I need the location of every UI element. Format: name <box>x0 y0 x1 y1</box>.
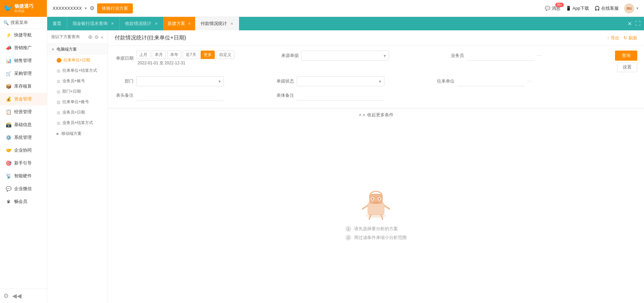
scheme-collapse-icon[interactable]: « <box>101 34 104 40</box>
last-7-days-btn[interactable]: 近7天 <box>183 51 199 59</box>
tab-bank-flow-label: 现金银行流水查询 <box>72 21 108 27</box>
sidebar-item-guide[interactable]: 🎯 新手引导 <box>0 157 47 170</box>
tab-payment-stats-close-icon[interactable]: ✕ <box>230 22 233 26</box>
table-body-input[interactable] <box>297 90 384 100</box>
last-month-btn[interactable]: 上月 <box>136 51 150 59</box>
sidebar-item-label: 快捷导航 <box>14 32 32 38</box>
export-button[interactable]: ↑ 导出 <box>607 35 620 41</box>
staff-input[interactable] <box>467 51 534 61</box>
chevron-right-icon: ▶ <box>57 132 59 135</box>
scheme-add-icon[interactable]: ⊕ <box>88 34 92 40</box>
tab-receipt-stats-close-icon[interactable]: ✕ <box>155 22 158 26</box>
sidebar-logo: 🐦 畅捷通巧 标准版 <box>0 0 47 17</box>
search-menu[interactable]: 🔍 搜索菜单 <box>0 17 47 29</box>
collapse-sidebar-icon[interactable]: ◀◀ <box>12 292 22 300</box>
svg-line-8 <box>362 206 368 209</box>
partner-dots-icon[interactable]: ··· <box>527 78 532 84</box>
scheme-item-partner-account[interactable]: ▥ 往来单位+账号 <box>47 97 108 107</box>
filter-area: 单据日期 上月 本月 本年 近7天 更多 自定义 2022-01-01 至 20… <box>108 46 644 108</box>
marketing-icon: 📣 <box>5 45 11 51</box>
main-panel: 付款情况统计(往来单位+日期) ↑ 导出 ↻ 刷新 单 <box>108 30 644 303</box>
scheme-table-icon: ▦ <box>57 121 60 125</box>
scheme-pc-group-label: 电脑端方案 <box>57 47 77 52</box>
hardware-icon: 📡 <box>5 173 11 179</box>
member-icon: ♛ <box>5 199 11 205</box>
sidebar-item-member[interactable]: ♛ 畅会员 <box>0 195 47 208</box>
sidebar-item-weixin[interactable]: 💬 企业微信 <box>0 182 47 195</box>
scheme-settings-icon[interactable]: ⚙ <box>94 34 99 40</box>
topbar-right: 💬 消息 99+ 📱 App下载 🎧 在线客服 Rit ▾ <box>545 3 639 13</box>
dept-select[interactable]: ▾ <box>136 76 224 86</box>
maximize-icon[interactable]: ⛶ <box>635 21 641 27</box>
sidebar-item-label: 智能硬件 <box>14 173 32 179</box>
sidebar-item-hardware[interactable]: 📡 智能硬件 <box>0 170 47 182</box>
app-download-button[interactable]: 📱 App下载 <box>566 5 589 11</box>
collapse-label: 收起更多条件 <box>367 112 393 117</box>
trial-industry-button[interactable]: 体验行业方案 <box>97 3 133 13</box>
staff-dots-icon[interactable]: ··· <box>537 53 541 59</box>
tab-bank-flow[interactable]: 现金银行流水查询 ✕ <box>67 17 120 30</box>
customer-service-label: 在线客服 <box>601 5 619 11</box>
tab-bank-flow-close-icon[interactable]: ✕ <box>111 22 114 26</box>
hint-1: 1 请先选择要分析的方案 <box>345 226 407 232</box>
scheme-item-partner-date[interactable]: 往来单位+日期 <box>47 55 108 65</box>
scheme-item-staff-settlement[interactable]: ▦ 业务员+结算方式 <box>47 118 108 128</box>
tab-new-scheme[interactable]: 新建方案 ✕ <box>164 17 195 30</box>
tab-bar: 首页 现金银行流水查询 ✕ 收款情况统计 ✕ 新建方案 ✕ 付款情况统计 ✕ ✕… <box>47 17 644 30</box>
query-button[interactable]: 查询 <box>615 51 637 61</box>
this-year-btn[interactable]: 本年 <box>167 51 181 59</box>
scheme-mobile-group-label: 移动端方案 <box>61 131 82 137</box>
tab-payment-stats[interactable]: 付款情况统计 ✕ <box>195 17 239 30</box>
scheme-mobile-group-header[interactable]: ▶ 移动端方案 <box>47 128 108 139</box>
tabs-right-actions: ✕ ⛶ <box>624 21 644 27</box>
hint-1-text: 请先选择要分析的方案 <box>354 226 398 232</box>
customer-service-button[interactable]: 🎧 在线客服 <box>594 5 619 11</box>
notifications-button[interactable]: 💬 消息 99+ <box>545 5 560 11</box>
sidebar-item-label: 资金管理 <box>14 96 32 102</box>
scheme-item-dept-date[interactable]: ▦ 部门+日期 <box>47 86 108 97</box>
sidebar-item-operations[interactable]: 📋 经营管理 <box>0 105 47 118</box>
source-doc-select[interactable]: ▾ <box>301 51 389 61</box>
tab-receipt-stats[interactable]: 收款情况统计 ✕ <box>120 17 164 30</box>
scheme-item-partner-settlement[interactable]: ▦ 往来单位+结算方式 <box>47 65 108 76</box>
scheme-item-staff-account[interactable]: ▦ 业务员+账号 <box>47 76 108 86</box>
table-header-input[interactable] <box>136 90 224 100</box>
active-scheme-icon <box>57 58 61 63</box>
sidebar-item-quick-nav[interactable]: ⚡ 快捷导航 <box>0 29 47 41</box>
more-dates-btn[interactable]: 更多 <box>201 51 215 59</box>
partner-input[interactable] <box>457 76 525 86</box>
settings-button[interactable]: 设置 <box>617 62 637 72</box>
user-menu[interactable]: Rit ▾ <box>624 3 639 13</box>
sidebar-item-label: 库存核算 <box>14 83 32 89</box>
scheme-mobile-group: ▶ 移动端方案 <box>47 128 108 139</box>
sidebar-item-label: 营销推广 <box>14 45 32 51</box>
message-icon: 💬 <box>545 6 550 11</box>
this-month-btn[interactable]: 本月 <box>152 51 166 59</box>
sidebar-item-purchase[interactable]: 🛒 采购管理 <box>0 67 47 80</box>
tab-new-scheme-close-icon[interactable]: ✕ <box>188 22 191 26</box>
sidebar-item-marketing[interactable]: 📣 营销推广 <box>0 41 47 54</box>
sidebar-item-basic[interactable]: 🗃️ 基础信息 <box>0 118 47 131</box>
scheme-item-label: 业务员+结算方式 <box>62 120 93 126</box>
sales-icon: 📊 <box>5 58 11 64</box>
sidebar-item-inventory[interactable]: 📦 库存核算 <box>0 80 47 93</box>
topbar-gear-icon[interactable]: ⚙ <box>90 5 94 11</box>
scheme-pc-group-header[interactable]: ▼ 电脑端方案 <box>47 44 108 55</box>
date-filter-label: 单据日期 <box>115 55 134 61</box>
sidebar-item-sales[interactable]: 📊 销售管理 <box>0 54 47 67</box>
sidebar-item-enterprise[interactable]: 🤝 企业协同 <box>0 144 47 157</box>
source-doc-label: 来源单据 <box>280 53 299 59</box>
close-all-tabs-icon[interactable]: ✕ <box>627 21 632 27</box>
logo-icon: 🐦 <box>3 4 12 13</box>
svg-rect-1 <box>368 202 384 215</box>
sidebar-item-finance[interactable]: 💰 资金管理 <box>0 93 47 105</box>
dropdown-arrow-icon[interactable]: ▾ <box>85 6 87 11</box>
custom-date-btn[interactable]: 自定义 <box>216 51 234 59</box>
refresh-button[interactable]: ↻ 刷新 <box>623 35 637 41</box>
sidebar-item-system[interactable]: ⚙️ 系统管理 <box>0 131 47 144</box>
collapse-more-conditions[interactable]: ∧∧ 收起更多条件 <box>108 108 644 121</box>
settings-icon[interactable]: ⚙ <box>3 292 9 300</box>
doc-status-select[interactable]: ▾ <box>297 76 384 86</box>
scheme-item-staff-date[interactable]: ▦ 业务员+日期 <box>47 107 108 118</box>
tab-home[interactable]: 首页 <box>47 17 67 30</box>
